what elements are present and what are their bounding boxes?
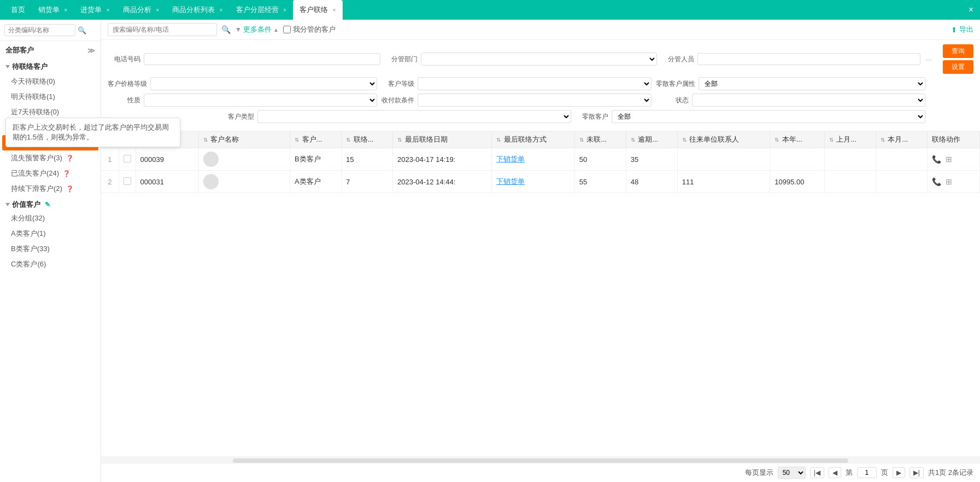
first-page-btn[interactable]: |◀ bbox=[810, 467, 824, 478]
sidebar-all-customers[interactable]: 全部客户 ≫ bbox=[0, 41, 101, 60]
th-contact-count-sort[interactable] bbox=[346, 135, 351, 143]
nav-purchase-close[interactable]: × bbox=[106, 0, 109, 20]
payment-select[interactable] bbox=[418, 94, 651, 107]
gender-select[interactable] bbox=[144, 94, 377, 107]
help-icon2: ❓ bbox=[66, 155, 74, 161]
sidebar-collapse-icon[interactable]: ≫ bbox=[87, 47, 95, 55]
nav-customer-segment[interactable]: 客户分层经营 × bbox=[230, 0, 293, 20]
nav-sales-close[interactable]: × bbox=[64, 0, 67, 20]
customer-level-label: 客户等级 bbox=[382, 79, 414, 89]
sidebar-item-tomorrow[interactable]: 明天待联络(1) bbox=[0, 89, 101, 104]
nav-product-analysis[interactable]: 商品分析 × bbox=[116, 0, 166, 20]
person-more-icon[interactable]: ··· bbox=[924, 55, 934, 63]
filter-phone: 电话号码 bbox=[108, 53, 380, 65]
retail-attr-select[interactable]: 全部 bbox=[699, 77, 925, 90]
dept-select[interactable] bbox=[421, 53, 658, 66]
th-this-year-sort[interactable] bbox=[774, 135, 780, 143]
action-more-icon[interactable]: ⊞ bbox=[946, 177, 952, 186]
page-input[interactable] bbox=[857, 467, 877, 478]
export-button[interactable]: ⬆ 导出 bbox=[951, 25, 973, 34]
th-not-contacted-sort[interactable] bbox=[579, 135, 585, 143]
phone-input[interactable] bbox=[144, 53, 380, 65]
person-input[interactable] bbox=[697, 53, 920, 65]
nav-product-analysis-close[interactable]: × bbox=[156, 0, 159, 20]
th-last-contact-method-sort[interactable] bbox=[496, 135, 502, 143]
row-checkbox[interactable] bbox=[124, 155, 131, 162]
sidebar-search-input[interactable] bbox=[4, 24, 75, 36]
action-phone-icon[interactable]: 📞 bbox=[932, 155, 941, 164]
cell-name bbox=[198, 171, 290, 193]
main-container: 🔍 全部客户 ≫ 待联络客户 今天待联络(0) 明天待联络(1) 近7天待联络(… bbox=[0, 20, 980, 482]
table-row: 2 000031 A类客户 7 2023-04-12 14:44: 下销货单 5… bbox=[101, 171, 980, 193]
sidebar-item-b-customers[interactable]: B类客户(33) bbox=[0, 241, 101, 257]
next-page-btn[interactable]: ▶ bbox=[893, 467, 905, 478]
sidebar-item-keep-following[interactable]: 持续下滑客户(2) ❓ bbox=[0, 181, 101, 196]
cell-this-month bbox=[876, 148, 927, 171]
filter-row-3: 性质 收付款条件 状态 bbox=[108, 94, 973, 107]
nav-customer-segment-close[interactable]: × bbox=[283, 0, 286, 20]
query-button[interactable]: 查询 bbox=[943, 44, 973, 58]
setup-button[interactable]: 设置 bbox=[943, 60, 973, 74]
contact-method-link[interactable]: 下销货单 bbox=[496, 177, 525, 185]
nav-sales[interactable]: 销货单 × bbox=[32, 0, 74, 20]
search-input[interactable] bbox=[108, 23, 217, 36]
my-customers-checkbox[interactable] bbox=[283, 26, 291, 33]
nav-customer-contact[interactable]: 客户联络 × bbox=[293, 0, 342, 20]
th-last-contact-date-sort[interactable] bbox=[397, 135, 403, 143]
nav-product-list[interactable]: 商品分析列表 × bbox=[166, 0, 229, 20]
cell-checkbox[interactable] bbox=[119, 171, 136, 193]
table-body: 1 000039 B类客户 15 2023-04-17 14:19: 下销货单 … bbox=[101, 148, 980, 193]
th-last-month-sort[interactable] bbox=[829, 135, 835, 143]
cell-overdue: 48 bbox=[626, 171, 677, 193]
nav-purchase[interactable]: 进货单 × bbox=[74, 0, 116, 20]
sidebar-item-today[interactable]: 今天待联络(0) bbox=[0, 74, 101, 89]
sidebar-search-icon[interactable]: 🔍 bbox=[78, 26, 86, 34]
cell-checkbox[interactable] bbox=[119, 148, 136, 171]
filter-retail-attr: 零散客户属性 全部 bbox=[656, 77, 925, 90]
cell-last-contact-date: 2023-04-17 14:19: bbox=[393, 148, 492, 171]
th-level-sort[interactable] bbox=[295, 135, 300, 143]
customer-level-select[interactable] bbox=[418, 77, 651, 90]
price-level-label: 客户价格等级 bbox=[108, 79, 147, 89]
price-level-select[interactable] bbox=[150, 77, 377, 90]
per-page-select[interactable]: 50 100 200 bbox=[778, 467, 806, 479]
th-name-sort[interactable] bbox=[203, 135, 209, 143]
prev-page-btn[interactable]: ◀ bbox=[829, 467, 841, 478]
th-contact-person-sort[interactable] bbox=[682, 135, 688, 143]
action-phone-icon[interactable]: 📞 bbox=[932, 177, 941, 186]
last-page-btn[interactable]: ▶| bbox=[909, 467, 924, 478]
window-close-icon[interactable]: × bbox=[969, 5, 973, 15]
th-this-month-sort[interactable] bbox=[881, 135, 886, 143]
status-select[interactable] bbox=[692, 94, 925, 107]
row-checkbox[interactable] bbox=[124, 177, 131, 185]
my-customers-toggle[interactable]: 我分管的客户 bbox=[283, 25, 336, 34]
dept-label: 分管部门 bbox=[385, 55, 418, 64]
more-conditions-btn[interactable]: ▼ 更多条件 ▲ bbox=[235, 25, 279, 34]
nav-customer-contact-close[interactable]: × bbox=[332, 0, 336, 20]
sidebar-lost-warning-label: 流失预警客户(3) bbox=[11, 154, 62, 162]
avatar bbox=[203, 152, 219, 167]
search-button[interactable]: 🔍 bbox=[221, 25, 231, 34]
contact-method-link[interactable]: 下销货单 bbox=[496, 155, 525, 163]
nav-product-list-close[interactable]: × bbox=[219, 0, 222, 20]
sidebar-item-c-customers[interactable]: C类客户(6) bbox=[0, 257, 101, 272]
retail-customer-select[interactable]: 全部 bbox=[612, 110, 925, 123]
cell-last-month bbox=[824, 148, 876, 171]
edit-valued-icon[interactable]: ✎ bbox=[45, 201, 50, 208]
filter-customer-level: 客户等级 bbox=[382, 77, 651, 90]
tooltip-box: 距客户上次交易时长，超过了此客户的平均交易周期的1.5倍，则视为异常。 bbox=[5, 118, 101, 147]
cell-contact-person bbox=[677, 148, 770, 171]
cell-this-year: 10995.00 bbox=[770, 171, 824, 193]
nav-home[interactable]: 首页 bbox=[4, 0, 32, 20]
sidebar-item-already-lost[interactable]: 已流失客户(24) ❓ bbox=[0, 166, 101, 181]
horizontal-scrollbar[interactable] bbox=[101, 456, 980, 463]
sidebar-item-a-customers[interactable]: A类客户(1) bbox=[0, 226, 101, 241]
action-more-icon[interactable]: ⊞ bbox=[946, 155, 952, 164]
sidebar-item-lost-warning[interactable]: 流失预警客户(3) ❓ bbox=[0, 150, 101, 166]
th-overdue-sort[interactable] bbox=[631, 135, 636, 143]
filter-customer-type: 客户类型 bbox=[221, 110, 571, 123]
cell-code: 000031 bbox=[136, 171, 198, 193]
sidebar-item-unclassified[interactable]: 未分组(32) bbox=[0, 211, 101, 226]
filter-retail-customer: 零散客户 全部 bbox=[576, 110, 925, 123]
customer-type-select[interactable] bbox=[257, 110, 571, 123]
